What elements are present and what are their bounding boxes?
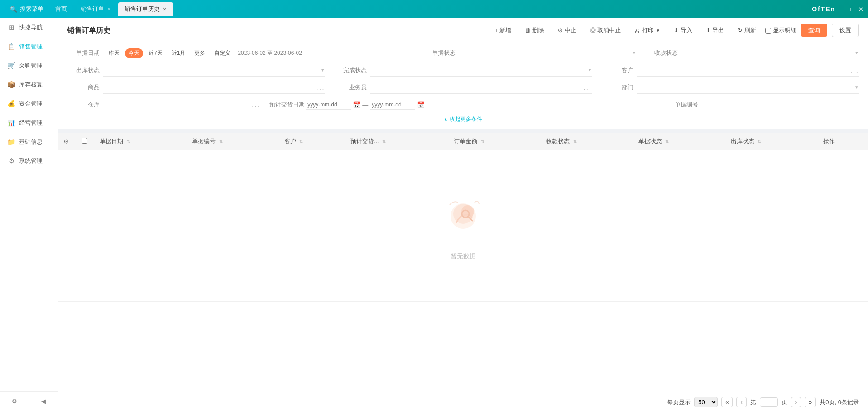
- sidebar-item-finance-mgmt[interactable]: 💰 资金管理: [0, 94, 58, 113]
- th-amount[interactable]: 订单金额 ⇅: [448, 133, 541, 150]
- show-detail-label: 显示明细: [773, 26, 796, 34]
- table-body: 暂无数据: [58, 150, 868, 302]
- th-settings[interactable]: ⚙: [58, 133, 76, 150]
- quick-nav-icon: ⊞: [7, 24, 15, 32]
- date-tag-7days[interactable]: 近7天: [145, 48, 166, 58]
- th-action-label: 操作: [823, 138, 835, 145]
- th-date[interactable]: 单据日期 ⇅: [94, 133, 187, 150]
- salesperson-label: 业务员: [334, 83, 370, 92]
- sidebar-item-sales-mgmt[interactable]: 📋 销售管理: [0, 37, 58, 56]
- page-input[interactable]: 1: [760, 397, 778, 407]
- settings-btn[interactable]: 设置: [832, 24, 859, 37]
- customer-input[interactable]: ...: [637, 64, 859, 77]
- customer-label: 客户: [601, 66, 637, 74]
- th-doc-no-label: 单据编号: [192, 138, 216, 145]
- delivery-start-cal-icon[interactable]: 📅: [353, 101, 360, 108]
- sidebar-item-system-mgmt[interactable]: ⚙ 系统管理: [0, 151, 58, 170]
- query-btn[interactable]: 查询: [801, 24, 827, 37]
- sidebar-item-quick-nav-label: 快捷导航: [19, 24, 43, 32]
- window-close-btn[interactable]: ✕: [858, 6, 863, 13]
- per-page-select[interactable]: 20 50 100: [694, 397, 718, 407]
- complete-status-select[interactable]: ▼: [370, 64, 592, 77]
- collapse-btn[interactable]: ∧ 收起更多条件: [67, 116, 859, 123]
- import-btn[interactable]: ⬇ 导入: [669, 24, 697, 36]
- salesperson-input[interactable]: ...: [370, 81, 592, 94]
- new-btn[interactable]: + 新增: [490, 24, 516, 36]
- print-btn[interactable]: 🖨 🖨 打印 打印 ▼: [630, 24, 665, 36]
- delete-btn[interactable]: 🗑 删除: [520, 24, 549, 36]
- th-checkbox[interactable]: [76, 133, 94, 150]
- receipt-status-arrow: ▼: [854, 50, 859, 55]
- th-doc-status[interactable]: 单据状态 ⇅: [633, 133, 725, 150]
- sidebar-item-inventory-calc[interactable]: 📦 库存核算: [0, 75, 58, 94]
- th-out-status[interactable]: 出库状态 ⇅: [725, 133, 818, 150]
- delivery-start-input[interactable]: [306, 100, 351, 110]
- filter-area: 单据日期 昨天 今天 近7天 近1月 更多 自定义 2023-06-02 至 2…: [58, 41, 868, 129]
- date-tag-custom[interactable]: 自定义: [211, 48, 234, 58]
- filter-complete-status: 完成状态 ▼: [334, 64, 592, 77]
- delivery-end-input[interactable]: [370, 100, 415, 110]
- tab-sales-order-history[interactable]: 销售订单历史 ✕: [118, 2, 173, 16]
- stop-btn[interactable]: ⊘ 中止: [553, 24, 581, 36]
- pagination-bar: 每页显示 20 50 100 « ‹ 第 1 页 › » 共0页, 0条记录: [58, 393, 868, 411]
- th-receipt-status[interactable]: 收款状态 ⇅: [541, 133, 633, 150]
- empty-row: 暂无数据: [58, 150, 868, 302]
- sidebar-item-purchase-mgmt[interactable]: 🛒 采购管理: [0, 56, 58, 75]
- show-detail-toggle[interactable]: 显示明细: [765, 26, 796, 34]
- filter-row-3: 商品 ... 业务员 ... 部门 ▼: [67, 81, 859, 94]
- sidebar-item-basic-info[interactable]: 📁 基础信息: [0, 132, 58, 151]
- receipt-status-select[interactable]: ▼: [681, 47, 859, 59]
- tab-home[interactable]: 首页: [49, 2, 73, 16]
- date-tag-yesterday[interactable]: 昨天: [105, 48, 123, 58]
- window-minimize-btn[interactable]: —: [840, 6, 846, 13]
- department-arrow: ▼: [854, 85, 859, 90]
- th-receipt-status-sort: ⇅: [573, 139, 577, 144]
- th-delivery[interactable]: 预计交货... ⇅: [345, 133, 448, 150]
- tab-sales-order[interactable]: 销售订单 ✕: [74, 2, 117, 16]
- date-tag-today[interactable]: 今天: [125, 48, 143, 58]
- sidebar-item-operations-mgmt-label: 经营管理: [19, 119, 43, 127]
- total-records-label: 共0页, 0条记录: [820, 398, 859, 406]
- th-doc-no[interactable]: 单据编号 ⇅: [187, 133, 279, 150]
- date-label: 单据日期: [67, 49, 103, 57]
- doc-status-select[interactable]: ▼: [459, 47, 637, 59]
- collapse-label: 收起更多条件: [450, 116, 482, 123]
- filter-doc-no: 单据编号: [666, 98, 859, 111]
- purchase-mgmt-icon: 🛒: [7, 62, 15, 70]
- delivery-date-label: 预计交货日期: [269, 101, 306, 109]
- warehouse-input[interactable]: ...: [103, 98, 260, 111]
- page-prev-btn[interactable]: ‹: [736, 397, 746, 407]
- delivery-end-cal-icon[interactable]: 📅: [417, 101, 425, 108]
- doc-no-input[interactable]: [702, 98, 859, 111]
- th-receipt-status-label: 收款状态: [546, 138, 570, 145]
- department-select[interactable]: ▼: [637, 81, 859, 94]
- sidebar-settings-btn[interactable]: ⚙: [7, 395, 22, 407]
- search-menu-btn[interactable]: 🔍 搜索菜单: [5, 3, 49, 15]
- data-table: ⚙ 单据日期 ⇅ 单据编号 ⇅ 客户: [58, 133, 868, 302]
- export-btn[interactable]: ⬆ 导出: [701, 24, 729, 36]
- tab-sales-order-history-close[interactable]: ✕: [163, 6, 167, 12]
- page-last-btn[interactable]: »: [805, 397, 816, 407]
- tab-sales-order-history-label: 销售订单历史: [125, 5, 160, 13]
- page-first-btn[interactable]: «: [721, 397, 733, 407]
- sidebar-collapse-btn[interactable]: ◀: [37, 395, 50, 407]
- refresh-btn[interactable]: ↻ 刷新: [733, 24, 761, 36]
- toolbar: + 新增 🗑 删除 ⊘ 中止 ◎ 取消中止 🖨 🖨 打印 打印 ▼ ⬇ 导入 ⬆…: [490, 24, 859, 37]
- date-tag-more[interactable]: 更多: [191, 48, 209, 58]
- top-bar: 🔍 搜索菜单 首页 销售订单 ✕ 销售订单历史 ✕ OfTEn — □ ✕: [0, 0, 868, 18]
- doc-no-label: 单据编号: [666, 101, 702, 109]
- sidebar-item-quick-nav[interactable]: ⊞ 快捷导航: [0, 18, 58, 37]
- select-all-checkbox[interactable]: [82, 138, 87, 144]
- tab-sales-order-close[interactable]: ✕: [107, 6, 111, 12]
- out-status-select[interactable]: ▼: [103, 64, 325, 77]
- show-detail-checkbox-input[interactable]: [765, 28, 771, 34]
- filter-row-4: 仓库 ... 预计交货日期 📅 — 📅 单据编号: [67, 98, 859, 111]
- goods-input[interactable]: ...: [103, 81, 325, 94]
- inventory-calc-icon: 📦: [7, 81, 15, 89]
- page-next-btn[interactable]: ›: [791, 397, 801, 407]
- window-maximize-btn[interactable]: □: [850, 6, 854, 13]
- date-tag-1month[interactable]: 近1月: [168, 48, 189, 58]
- sidebar-item-operations-mgmt[interactable]: 📊 经营管理: [0, 113, 58, 132]
- cancel-stop-btn[interactable]: ◎ 取消中止: [585, 24, 626, 36]
- th-customer[interactable]: 客户 ⇅: [279, 133, 345, 150]
